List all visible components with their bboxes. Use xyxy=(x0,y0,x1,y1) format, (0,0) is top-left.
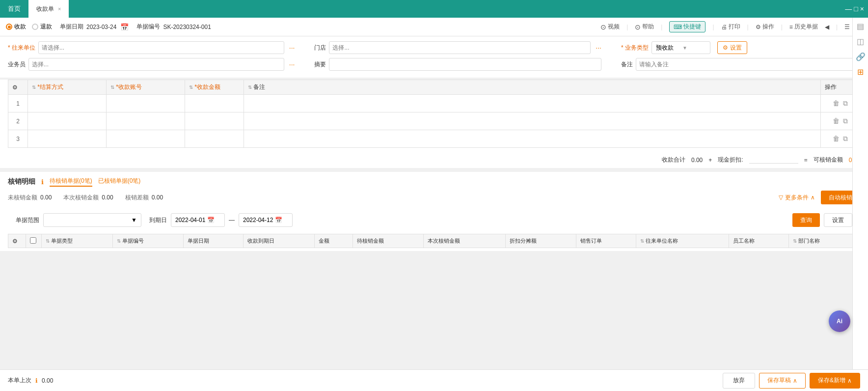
info-icon[interactable]: ℹ xyxy=(41,178,44,186)
verify-label: 可核销金额 xyxy=(814,156,843,164)
sidebar-icon-4[interactable]: ⊞ xyxy=(857,67,864,77)
save-new-button[interactable]: 保存&新增 ∧ xyxy=(810,373,860,389)
sidebar-icon-3[interactable]: 🔗 xyxy=(856,52,866,61)
account-cell-3[interactable] xyxy=(107,130,185,148)
account-cell-2[interactable] xyxy=(107,112,185,130)
store-input[interactable] xyxy=(329,41,591,54)
tab-close-btn[interactable]: × xyxy=(58,6,61,12)
select-all-checkbox[interactable] xyxy=(30,237,36,244)
note-cell-2[interactable] xyxy=(244,112,821,130)
gear-icon: ⚙ xyxy=(723,44,728,51)
equals-sign: = xyxy=(804,157,808,164)
number-field: 单据编号 SK-20230324-001 xyxy=(136,23,211,31)
store-more-btn[interactable]: ··· xyxy=(596,44,601,52)
amount-cell-1[interactable] xyxy=(185,95,244,112)
list-view-btn[interactable]: ☰ xyxy=(844,24,850,30)
table-section: ⚙ ⇅ *结算方式 ⇅ *收款账号 ⇅ *收款金额 ⇅ 备注 操作 xyxy=(0,80,868,152)
th-amount-label: *收款金额 xyxy=(194,84,220,90)
shortcut-icon: ⌨ xyxy=(674,24,682,30)
th-settle: ⇅ *结算方式 xyxy=(28,80,107,95)
amount-cell-3[interactable] xyxy=(185,130,244,148)
nav-left-btn[interactable]: ◀ xyxy=(825,24,829,30)
save-arrow-icon: ∧ xyxy=(847,377,852,384)
history-icon: ≡ xyxy=(789,24,793,30)
note-cell-3[interactable] xyxy=(244,130,821,148)
delete-icon-3[interactable]: 🗑 xyxy=(833,135,840,142)
from-unit-more-btn[interactable]: ··· xyxy=(289,44,295,52)
settle-cell-1[interactable] xyxy=(28,95,107,112)
delete-icon-1[interactable]: 🗑 xyxy=(833,99,840,107)
video-btn[interactable]: ⊙ 视频 xyxy=(600,23,620,31)
verify-section: 核销明细 ℹ 待核销单据(0笔) 已核销单据(0笔) 未核销金额 0.00 本次… xyxy=(0,172,868,251)
settings-button[interactable]: ⚙ 设置 xyxy=(717,41,747,54)
print-btn[interactable]: 🖨 打印 xyxy=(721,23,740,31)
gear-icon-bottom[interactable]: ⚙ xyxy=(12,238,18,245)
history-btn[interactable]: ≡ 历史单据 xyxy=(789,23,818,31)
window-close-btn[interactable]: × xyxy=(860,5,864,13)
sep1: | xyxy=(626,24,628,30)
staff-label: 业务员 xyxy=(8,60,26,69)
filter-settings-button[interactable]: 设置 xyxy=(824,213,852,227)
tab-home[interactable]: 首页 xyxy=(0,0,28,18)
amount-cell-2[interactable] xyxy=(185,112,244,130)
abstract-label: 摘要 xyxy=(314,60,326,69)
minimize-btn[interactable]: — xyxy=(845,5,852,13)
sort-icon-3: ⇅ xyxy=(189,84,193,90)
th-discount: 折扣分摊额 xyxy=(505,234,576,248)
from-unit-input[interactable] xyxy=(38,41,284,54)
from-unit-field: * 往来单位 ··· xyxy=(8,41,295,54)
note-cell-1[interactable] xyxy=(244,95,821,112)
receipt-type-group: 收款 退款 xyxy=(6,23,52,31)
th-dept-name: ⇅ 部门名称 xyxy=(789,234,860,248)
abandon-button[interactable]: 放弃 xyxy=(723,373,755,389)
business-type-select[interactable]: 预收款 ▼ xyxy=(651,41,710,54)
tab-pending[interactable]: 待核销单据(0笔) xyxy=(50,177,92,187)
range-label: 单据范围 xyxy=(16,216,39,224)
settle-cell-3[interactable] xyxy=(28,130,107,148)
account-cell-1[interactable] xyxy=(107,95,185,112)
delete-icon-2[interactable]: 🗑 xyxy=(833,117,840,125)
th-account: ⇅ *收款账号 xyxy=(107,80,185,95)
business-type-label: * 业务类型 xyxy=(621,44,649,52)
date-to-input[interactable]: 2022-04-12 📅 xyxy=(239,213,293,227)
shortcut-btn[interactable]: ⌨ 快捷键 xyxy=(669,21,705,32)
radio-shoukuan[interactable]: 收款 xyxy=(6,23,26,31)
tab-receipt[interactable]: 收款单 × xyxy=(28,0,69,18)
more-conditions-btn[interactable]: ▽ 更多条件 ∧ xyxy=(779,194,815,202)
copy-icon-1[interactable]: ⧉ xyxy=(843,99,848,107)
query-button[interactable]: 查询 xyxy=(792,213,820,227)
footer-info: 本单上次 ℹ 0.00 xyxy=(8,376,717,385)
copy-icon-2[interactable]: ⧉ xyxy=(843,117,848,125)
maximize-btn[interactable]: □ xyxy=(854,5,858,13)
settle-cell-2[interactable] xyxy=(28,112,107,130)
footer-info-icon[interactable]: ℹ xyxy=(35,377,38,384)
date-from-input[interactable]: 2022-04-01 📅 xyxy=(171,213,225,227)
range-select[interactable]: ▼ xyxy=(43,213,141,227)
sidebar-icon-1[interactable]: ▤ xyxy=(857,22,864,31)
staff-field: 业务员 ··· xyxy=(8,58,295,71)
note-input[interactable] xyxy=(636,58,860,71)
tab-verified[interactable]: 已核销单据(0笔) xyxy=(98,177,141,187)
filter-bar: 单据范围 ▼ 到期日 2022-04-01 📅 — 2022-04-12 📅 查… xyxy=(8,209,860,231)
ai-button[interactable]: Ai xyxy=(829,310,850,332)
row-num-1: 1 xyxy=(8,95,28,112)
date-from-value: 2022-04-01 xyxy=(175,217,205,223)
calendar-icon[interactable]: 📅 xyxy=(120,23,129,31)
discount-input[interactable] xyxy=(749,156,798,164)
unverified-label: 未核销金额 xyxy=(8,194,37,202)
th-gear[interactable]: ⚙ xyxy=(8,80,28,95)
copy-icon-3[interactable]: ⧉ xyxy=(843,135,848,142)
current-value: 0.00 xyxy=(102,194,113,201)
table-row: 2 🗑 ⧉ xyxy=(8,112,860,130)
staff-input[interactable] xyxy=(28,58,284,71)
help-btn[interactable]: ⊙ 帮助 xyxy=(635,23,654,31)
action-btn[interactable]: ⚙ 操作 xyxy=(756,23,774,31)
calendar-from-icon: 📅 xyxy=(207,217,215,223)
discount-label: 现金折扣: xyxy=(718,156,743,164)
abstract-input[interactable] xyxy=(329,58,601,71)
radio-tuikuan[interactable]: 退款 xyxy=(32,23,52,31)
th-account-label: *收款账号 xyxy=(116,84,142,90)
save-draft-button[interactable]: 保存草稿 ∧ xyxy=(759,373,806,389)
staff-more-btn[interactable]: ··· xyxy=(289,60,295,68)
sidebar-icon-2[interactable]: ◫ xyxy=(857,37,864,46)
